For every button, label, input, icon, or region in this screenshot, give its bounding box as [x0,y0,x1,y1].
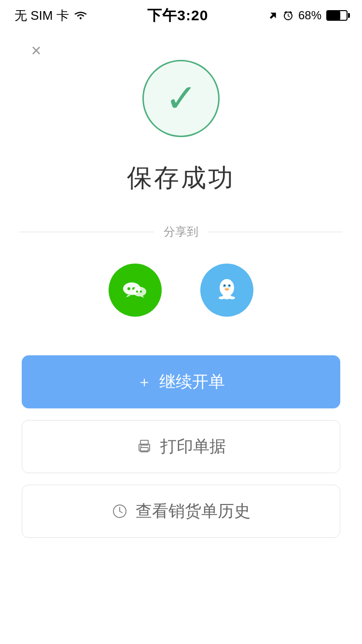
print-button[interactable]: 打印单据 [22,420,340,473]
share-divider: 分享到 [0,224,362,239]
history-icon [111,503,128,519]
location-icon [268,11,278,20]
alarm-icon [283,10,293,21]
status-right: 68% [268,9,348,22]
battery-percent: 68% [298,9,321,22]
continue-order-button[interactable]: ＋ 继续开单 [22,355,340,408]
status-carrier: 无 SIM 卡 [14,7,87,24]
printer-icon [136,438,153,455]
svg-point-13 [224,285,225,286]
svg-point-0 [80,17,82,19]
share-label: 分享到 [154,224,208,239]
status-time: 下午3:20 [147,6,208,26]
plus-icon: ＋ [137,372,152,392]
svg-point-19 [229,296,235,299]
history-label: 查看销货单历史 [136,500,251,522]
wechat-share-button[interactable] [109,264,162,317]
svg-point-23 [140,446,142,448]
svg-point-5 [133,287,146,296]
share-buttons [109,264,253,317]
success-icon-circle: ✓ [142,60,220,137]
qq-share-button[interactable] [200,264,253,317]
continue-order-label: 继续开单 [159,371,225,393]
divider-line-right [208,232,343,232]
close-icon: × [31,42,41,59]
print-label: 打印单据 [160,435,226,458]
divider-line-left [19,232,154,232]
svg-point-14 [229,285,230,286]
history-button[interactable]: 查看销货单历史 [22,485,340,538]
checkmark-icon: ✓ [165,79,197,118]
svg-point-7 [140,291,142,293]
wifi-icon [74,10,87,21]
svg-point-18 [219,296,224,299]
wechat-icon [119,274,151,306]
battery-icon [326,10,348,21]
qq-icon [211,274,243,306]
svg-rect-17 [224,295,229,297]
success-title: 保存成功 [127,161,235,195]
svg-point-6 [136,291,138,293]
action-buttons: ＋ 继续开单 打印单据 查看销货单历史 [22,355,340,538]
close-button[interactable]: × [24,39,48,63]
svg-point-3 [127,287,130,290]
status-bar: 无 SIM 卡 下午3:20 68% [0,0,362,31]
main-content: ✓ 保存成功 分享到 [0,31,362,538]
